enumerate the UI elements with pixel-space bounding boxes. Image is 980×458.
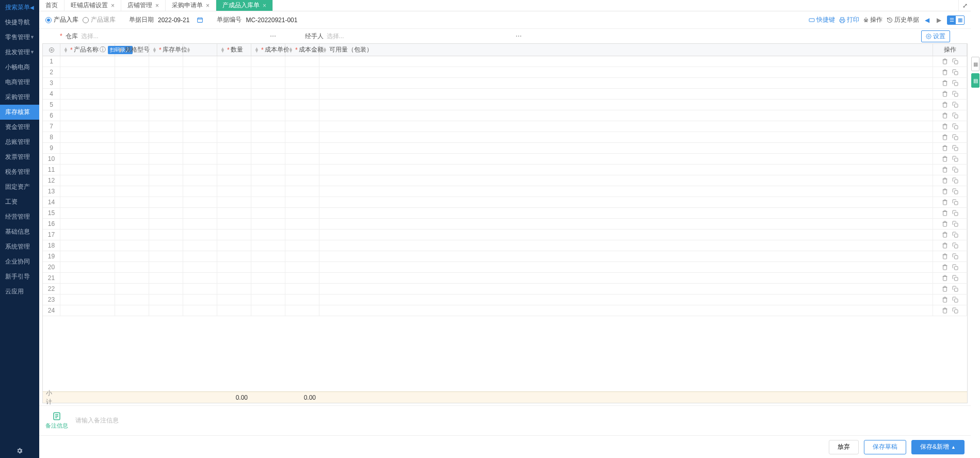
delete-icon[interactable] xyxy=(942,167,948,173)
copy-icon[interactable] xyxy=(952,91,958,97)
sidebar-item-16[interactable]: 企业协同 xyxy=(0,254,39,269)
history-link[interactable]: 历史单据 xyxy=(887,15,919,24)
copy-icon[interactable] xyxy=(952,102,958,108)
col-available[interactable]: ▲▼ 可用量（包装） xyxy=(319,44,933,56)
cell-price[interactable] xyxy=(251,132,285,142)
delete-icon[interactable] xyxy=(942,123,948,129)
cell-blank[interactable] xyxy=(183,56,217,67)
cell-price[interactable] xyxy=(251,165,285,175)
cell-unit[interactable] xyxy=(149,273,183,283)
cell-qty[interactable] xyxy=(217,154,251,164)
sidebar-item-9[interactable]: 发票管理 xyxy=(0,150,39,165)
cell-qty[interactable] xyxy=(217,78,251,88)
cell-amt[interactable] xyxy=(285,110,319,121)
cell-spec[interactable] xyxy=(115,121,149,132)
cell-avail[interactable] xyxy=(319,143,933,153)
cell-spec[interactable] xyxy=(115,219,149,229)
cell-price[interactable] xyxy=(251,273,285,283)
cell-blank[interactable] xyxy=(183,208,217,218)
col-price[interactable]: ▲▼* 成本单价 xyxy=(251,44,285,56)
cell-qty[interactable] xyxy=(217,240,251,251)
copy-icon[interactable] xyxy=(952,275,958,281)
cell-qty[interactable] xyxy=(217,165,251,175)
cell-amt[interactable] xyxy=(285,251,319,261)
table-row[interactable]: 18 xyxy=(43,240,967,251)
sidebar-item-11[interactable]: 固定资产 xyxy=(0,179,39,194)
cell-qty[interactable] xyxy=(217,143,251,153)
cell-amt[interactable] xyxy=(285,295,319,305)
cell-avail[interactable] xyxy=(319,165,933,175)
table-row[interactable]: 15 xyxy=(43,208,967,219)
cell-unit[interactable] xyxy=(149,121,183,132)
cell-qty[interactable] xyxy=(217,121,251,132)
cell-avail[interactable] xyxy=(319,100,933,110)
cell-avail[interactable] xyxy=(319,284,933,294)
cell-qty[interactable] xyxy=(217,251,251,261)
cell-price[interactable] xyxy=(251,100,285,110)
table-row[interactable]: 24 xyxy=(43,305,967,316)
sidebar-search[interactable]: 搜索菜单 ◀ xyxy=(0,0,39,15)
copy-icon[interactable] xyxy=(952,177,958,184)
cell-avail[interactable] xyxy=(319,132,933,142)
cell-spec[interactable] xyxy=(115,295,149,305)
prev-arrow-icon[interactable]: ◀ xyxy=(923,15,931,25)
cell-spec[interactable] xyxy=(115,110,149,121)
cell-price[interactable] xyxy=(251,67,285,77)
table-row[interactable]: 11 xyxy=(43,165,967,175)
cell-name[interactable] xyxy=(60,154,115,164)
rail-button-2[interactable]: ▤ xyxy=(971,73,979,88)
cell-spec[interactable] xyxy=(115,78,149,88)
cell-blank[interactable] xyxy=(183,219,217,229)
cell-spec[interactable] xyxy=(115,230,149,240)
cell-amt[interactable] xyxy=(285,240,319,251)
cell-spec[interactable] xyxy=(115,89,149,99)
cell-amt[interactable] xyxy=(285,165,319,175)
delete-icon[interactable] xyxy=(942,91,948,97)
table-row[interactable]: 13 xyxy=(43,186,967,197)
cell-qty[interactable] xyxy=(217,132,251,142)
cell-unit[interactable] xyxy=(149,186,183,197)
cell-avail[interactable] xyxy=(319,251,933,261)
cell-amt[interactable] xyxy=(285,219,319,229)
cell-avail[interactable] xyxy=(319,78,933,88)
table-row[interactable]: 12 xyxy=(43,175,967,186)
tab-4[interactable]: 产成品入库单× xyxy=(216,0,273,11)
cell-spec[interactable] xyxy=(115,67,149,77)
cell-amt[interactable] xyxy=(285,208,319,218)
cell-name[interactable] xyxy=(60,165,115,175)
cell-amt[interactable] xyxy=(285,89,319,99)
cell-name[interactable] xyxy=(60,78,115,88)
cell-name[interactable] xyxy=(60,208,115,218)
table-row[interactable]: 19 xyxy=(43,251,967,262)
cell-amt[interactable] xyxy=(285,273,319,283)
cell-price[interactable] xyxy=(251,143,285,153)
delete-icon[interactable] xyxy=(942,134,948,140)
cell-unit[interactable] xyxy=(149,240,183,251)
table-row[interactable]: 16 xyxy=(43,219,967,230)
delete-icon[interactable] xyxy=(942,199,948,205)
cell-spec[interactable] xyxy=(115,100,149,110)
cell-unit[interactable] xyxy=(149,132,183,142)
cell-unit[interactable] xyxy=(149,208,183,218)
col-qty[interactable]: ▲▼* 数量 xyxy=(217,44,251,56)
save-new-button[interactable]: 保存&新增 ▲ xyxy=(911,440,965,454)
cell-spec[interactable] xyxy=(115,251,149,261)
cell-blank[interactable] xyxy=(183,186,217,197)
cell-blank[interactable] xyxy=(183,143,217,153)
cell-unit[interactable] xyxy=(149,143,183,153)
cell-blank[interactable] xyxy=(183,295,217,305)
cell-price[interactable] xyxy=(251,251,285,261)
cell-qty[interactable] xyxy=(217,295,251,305)
cell-amt[interactable] xyxy=(285,230,319,240)
cell-spec[interactable] xyxy=(115,165,149,175)
cell-avail[interactable] xyxy=(319,273,933,283)
copy-icon[interactable] xyxy=(952,297,958,303)
cell-amt[interactable] xyxy=(285,284,319,294)
cell-spec[interactable] xyxy=(115,240,149,251)
copy-icon[interactable] xyxy=(952,69,958,75)
tab-3[interactable]: 采购申请单× xyxy=(166,0,216,11)
cell-name[interactable] xyxy=(60,175,115,186)
cell-name[interactable] xyxy=(60,56,115,67)
sidebar-item-12[interactable]: 工资 xyxy=(0,194,39,209)
view-grid-icon[interactable]: ▦ xyxy=(956,16,964,24)
